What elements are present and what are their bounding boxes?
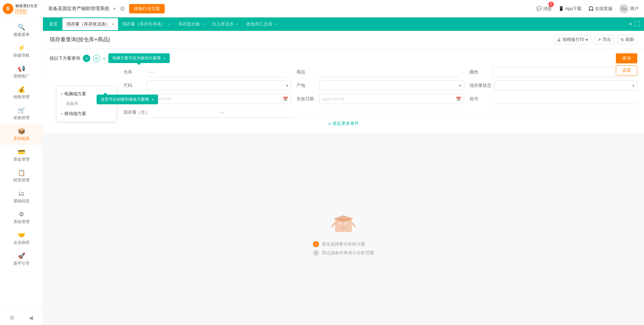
online-support-item[interactable]: 🎧 在线客服: [588, 6, 612, 12]
range-dash: —: [220, 110, 224, 115]
tab-close-batch[interactable]: ×: [202, 22, 204, 26]
refresh-button[interactable]: ↻ 刷新: [618, 35, 637, 44]
avatar: Ea: [619, 4, 629, 13]
sidebar: 6 畅捷通好生意 标准版 🔍 搜索菜单 ⚡ 快捷导航 📢 营销推广 💰 销售管理…: [0, 0, 43, 325]
expire-date-calendar-icon[interactable]: 📅: [456, 97, 461, 102]
tooltip-close[interactable]: ×: [163, 56, 166, 61]
tip-1: 1 请先选择要分析的方案: [313, 241, 374, 247]
goods-label: 商品: [297, 69, 317, 75]
system-dropdown-icon[interactable]: ▾: [113, 6, 116, 11]
message-badge: 6: [548, 2, 554, 7]
user-item[interactable]: Ea 用户: [619, 4, 639, 13]
system-name: 装备及固定资产辅助管理系统: [48, 6, 109, 12]
tab-close-stock-status[interactable]: ×: [112, 22, 114, 26]
expire-date-input[interactable]: yyyy-mm-dd 📅: [319, 94, 464, 104]
svg-line-6: [352, 223, 355, 226]
warehouse-input[interactable]: [146, 67, 285, 77]
page-content: 现存量查询(按仓库+商品) 🖨 按模板打印 ▾ ↗ 导出 ↻ 刷新: [43, 31, 644, 325]
svg-point-4: [346, 223, 347, 225]
edit-scheme-tooltip: 这里可以创建和修改方案哦 ×: [97, 95, 158, 104]
tab-close-collect[interactable]: ×: [274, 22, 276, 26]
tip-text-2: 用过滤条件来缩小分析范围: [322, 250, 374, 256]
size-select[interactable]: [146, 80, 291, 91]
prod-date-input[interactable]: yyyy-mm-dd 📅: [146, 94, 291, 104]
collapse-button[interactable]: ∧ 收起更多条件: [50, 117, 637, 129]
main-area: 装备及固定资产辅助管理系统 ▾ ⚙ 体验行业方案 💬 消息 6 📱 App下载 …: [43, 0, 644, 325]
prod-date-calendar-icon[interactable]: 📅: [283, 97, 288, 102]
size-field: 尺码: [123, 80, 291, 91]
asset-icon: 💳: [18, 148, 25, 156]
stock-status-label: 现存量状态: [470, 83, 491, 89]
warehouse-dots[interactable]: ···: [287, 70, 291, 75]
tab-batch[interactable]: 库存批次账 ×: [174, 19, 208, 30]
empty-state: 1 请先选择要分析的方案 2 用过滤条件来缩小分析范围: [43, 134, 644, 325]
sidebar-collapse-icon[interactable]: ◀: [29, 315, 33, 321]
header: 装备及固定资产辅助管理系统 ▾ ⚙ 体验行业方案 💬 消息 6 📱 App下载 …: [43, 0, 644, 17]
print-icon: 🖨: [557, 37, 561, 42]
mobile-tree-arrow: ▾: [61, 112, 62, 116]
sidebar-item-system[interactable]: ⚙ 系统管理: [0, 207, 43, 228]
search-menu-icon: 🔍: [18, 23, 25, 31]
stock-main-from[interactable]: [152, 107, 218, 117]
stock-main-to[interactable]: [225, 107, 291, 117]
basic-icon: 🗂: [18, 190, 25, 197]
nav-icon: ⚡: [18, 44, 25, 52]
sidebar-item-operation[interactable]: 📋 经营管理: [0, 166, 43, 186]
export-button[interactable]: ↗ 导出: [594, 35, 614, 44]
header-settings-icon[interactable]: ⚙: [120, 5, 125, 12]
filter-arrow-button[interactable]: «: [103, 56, 106, 61]
batch-label: 批号: [470, 96, 490, 102]
origin-select[interactable]: [319, 80, 464, 91]
tabs-close-all-icon[interactable]: ×: [629, 21, 632, 27]
stock-status-select[interactable]: [494, 80, 637, 91]
batch-input[interactable]: [492, 94, 637, 104]
filter-add-button[interactable]: +: [83, 55, 90, 62]
sidebar-item-purchase[interactable]: 🛒 采购管理: [0, 103, 43, 124]
pc-tree-arrow: ▾: [61, 92, 62, 96]
tab-collect[interactable]: 收发存汇总表 ×: [242, 19, 280, 30]
size-label: 尺码: [123, 83, 144, 89]
sidebar-item-asset[interactable]: 💳 资金管理: [0, 145, 43, 166]
warehouse-label: 仓库: [123, 69, 144, 75]
sidebar-item-search[interactable]: 🔍 搜索菜单: [0, 20, 43, 41]
tabs-fullscreen-icon[interactable]: ⛶: [635, 21, 640, 27]
scheme-mobile[interactable]: ▾ 移动端方案: [57, 109, 116, 119]
tab-close-inout[interactable]: ×: [236, 22, 238, 26]
goods-dots[interactable]: ···: [461, 70, 464, 75]
sidebar-item-basic[interactable]: 🗂 基础信息: [0, 186, 43, 207]
print-button[interactable]: 🖨 按模板打印 ▾: [554, 35, 591, 44]
stock-main-label: 现存量（主）: [123, 109, 150, 115]
sidebar-item-enterprise[interactable]: 🤝 企业协同: [0, 228, 43, 249]
reset-button[interactable]: 设置: [616, 65, 637, 75]
sidebar-item-marketing[interactable]: 📢 营销推广: [0, 62, 43, 83]
tab-home[interactable]: 首页: [44, 17, 62, 31]
tab-close-stock-dist[interactable]: ×: [168, 22, 170, 26]
sidebar-settings-icon[interactable]: ⚙: [10, 315, 14, 321]
app-download-item[interactable]: 📱 App下载: [558, 6, 582, 12]
edit-tooltip-close[interactable]: ×: [152, 97, 154, 102]
tab-stock-status[interactable]: 现存量（库存状况表） ×: [62, 18, 118, 30]
print-dropdown-icon: ▾: [586, 37, 588, 42]
query-reset-group: 查询 设置: [616, 53, 637, 75]
sidebar-item-nav[interactable]: ⚡ 快捷导航: [0, 41, 43, 62]
goods-input[interactable]: [319, 67, 458, 77]
expire-date-field: 失效日期 yyyy-mm-dd 📅: [297, 94, 464, 104]
tooltip-text: 电脑方案可设为移动方案哦: [112, 55, 161, 61]
warehouse-field: 仓库 ···: [123, 67, 291, 77]
refresh-icon: ↻: [621, 37, 624, 42]
origin-label: 产地: [297, 83, 317, 89]
message-icon: 💬: [536, 6, 542, 11]
scheme-panel: ▾ 电脑端方案 接频用 ▾ 移动端方案 这里可以创建和修改方案哦 ×: [50, 67, 637, 117]
query-button[interactable]: 查询: [616, 53, 637, 63]
filter-row-4: 现存量（主） —: [123, 107, 637, 117]
sidebar-item-stock[interactable]: 📦 库存核算: [0, 124, 43, 145]
trial-button[interactable]: 体验行业方案: [129, 4, 165, 13]
sidebar-item-guide[interactable]: 🚀 新手引导: [0, 249, 43, 270]
tab-inout[interactable]: 出入库流水 ×: [208, 19, 242, 30]
sidebar-item-sales[interactable]: 💰 销售管理: [0, 83, 43, 103]
stock-status-field: 现存量状态: [470, 80, 637, 91]
filter-copy-button[interactable]: ⊙: [93, 55, 100, 62]
tab-stock-dist[interactable]: 现存量（库存分布表） ×: [118, 19, 174, 30]
filter-header: 按以下方案查询 + ⊙ « 电脑方案可设为移动方案哦 ×: [50, 53, 637, 63]
message-item[interactable]: 💬 消息 6: [536, 6, 552, 12]
